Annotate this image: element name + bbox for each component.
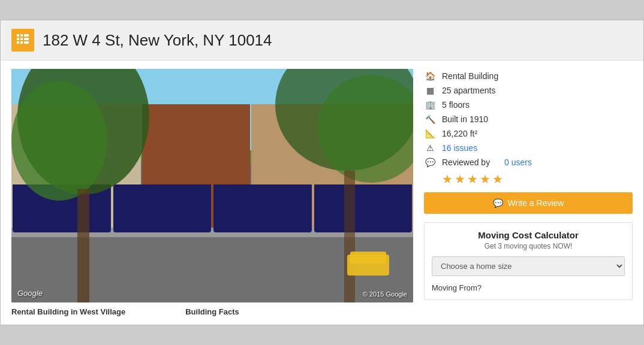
- write-review-label: Write a Review: [508, 198, 564, 208]
- star-4: ★: [480, 172, 490, 186]
- page-title: 182 W 4 St, New York, NY 10014: [43, 31, 272, 50]
- comment-icon: 💬: [424, 158, 436, 167]
- moving-from-label: Moving From?: [432, 283, 625, 292]
- svg-rect-13: [77, 189, 89, 302]
- svg-rect-14: [344, 171, 355, 302]
- star-1: ★: [442, 172, 453, 186]
- photo-copyright: © 2015 Google: [363, 290, 407, 298]
- svg-rect-16: [350, 252, 386, 264]
- reviewed-by-label: Reviewed by: [442, 158, 490, 167]
- building-icon: [11, 29, 34, 52]
- write-review-button[interactable]: 💬 Write a Review: [424, 192, 633, 214]
- chat-icon: 💬: [493, 198, 503, 208]
- issues-link[interactable]: 16 issues: [442, 143, 477, 153]
- construction-icon: 🔨: [424, 114, 436, 124]
- svg-rect-4: [20, 38, 23, 40]
- header: 182 W 4 St, New York, NY 10014: [1, 20, 643, 60]
- building-type: Rental Building: [442, 71, 498, 81]
- grid-icon: ▦: [424, 86, 436, 95]
- svg-point-10: [11, 81, 107, 201]
- info-floors-row: 🏢 5 floors: [424, 100, 633, 110]
- reviews-link[interactable]: 0 users: [504, 158, 532, 167]
- area-icon: 📐: [424, 129, 436, 138]
- info-type-row: 🏠 Rental Building: [424, 71, 633, 81]
- caption-left: Rental Building in West Village: [11, 307, 125, 316]
- calculator-box: Moving Cost Calculator Get 3 moving quot…: [424, 222, 633, 300]
- home-size-select[interactable]: Choose a home size Studio 1 Bedroom 2 Be…: [432, 256, 625, 276]
- svg-rect-0: [17, 34, 19, 37]
- floors-icon: 🏢: [424, 100, 436, 110]
- svg-rect-1: [20, 34, 23, 37]
- photo-watermark: Google: [17, 289, 43, 298]
- info-built-row: 🔨 Built in 1910: [424, 114, 633, 124]
- svg-rect-2: [24, 34, 29, 37]
- built-year: Built in 1910: [442, 114, 488, 124]
- info-apartments-row: ▦ 25 apartments: [424, 86, 633, 95]
- svg-rect-7: [20, 41, 23, 44]
- star-5: ★: [492, 172, 503, 186]
- apartments-count: 25 apartments: [442, 86, 496, 95]
- photo-section: Google © 2015 Google Rental Building in …: [11, 69, 413, 316]
- building-grid-icon: [16, 33, 30, 47]
- home-icon: 🏠: [424, 71, 436, 81]
- info-reviews-row: 💬 Reviewed by 0 users: [424, 158, 633, 167]
- tree-overlay: [11, 69, 413, 302]
- photo-captions: Rental Building in West Village Building…: [11, 307, 413, 316]
- info-area-row: 📐 16,220 ft²: [424, 129, 633, 138]
- svg-rect-5: [24, 38, 29, 40]
- svg-rect-8: [24, 41, 29, 44]
- page-wrapper: 182 W 4 St, New York, NY 10014: [0, 20, 644, 325]
- main-content: Google © 2015 Google Rental Building in …: [1, 60, 643, 325]
- building-photo: Google © 2015 Google: [11, 69, 413, 302]
- calculator-subtitle: Get 3 moving quotes NOW!: [432, 242, 625, 250]
- info-section: 🏠 Rental Building ▦ 25 apartments 🏢 5 fl…: [424, 69, 633, 300]
- area-value: 16,220 ft²: [442, 129, 477, 138]
- warning-icon: ⚠: [424, 143, 436, 153]
- info-issues-row: ⚠ 16 issues: [424, 143, 633, 153]
- star-3: ★: [467, 172, 478, 186]
- caption-right: Building Facts: [185, 307, 239, 316]
- street-scene: [11, 69, 413, 302]
- svg-rect-6: [17, 41, 19, 44]
- svg-rect-3: [17, 38, 19, 40]
- floors-count: 5 floors: [442, 100, 470, 110]
- calculator-title: Moving Cost Calculator: [432, 230, 625, 240]
- star-2: ★: [455, 172, 465, 186]
- stars-row: ★ ★ ★ ★ ★: [424, 172, 633, 186]
